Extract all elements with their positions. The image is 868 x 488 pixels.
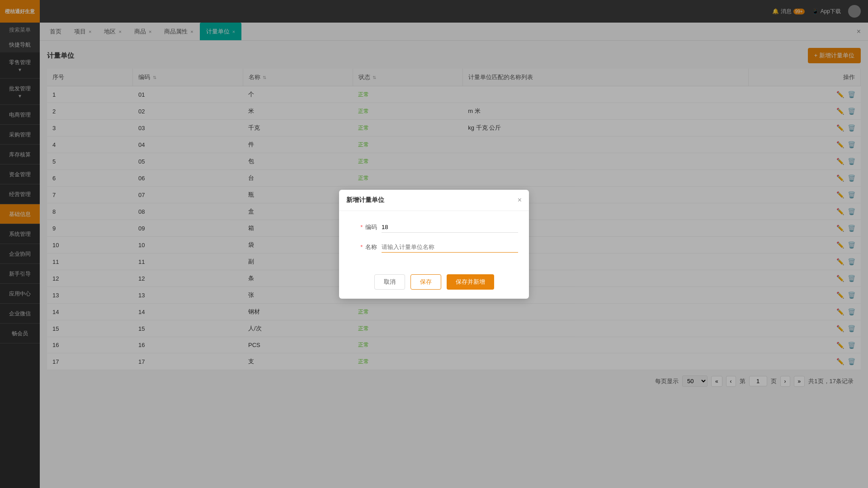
modal-header: 新增计量单位 × xyxy=(339,190,529,211)
cancel-button[interactable]: 取消 xyxy=(374,274,405,290)
code-label-text: 编码 xyxy=(365,224,377,230)
name-label: * 名称 xyxy=(350,243,377,251)
code-input[interactable] xyxy=(382,222,518,233)
name-label-text: 名称 xyxy=(365,244,377,250)
modal-title: 新增计量单位 xyxy=(346,196,384,204)
add-unit-modal: 新增计量单位 × * 编码 * 名称 取消 保存 保存并新增 xyxy=(339,190,529,299)
code-field-row: * 编码 xyxy=(350,222,518,233)
code-label: * 编码 xyxy=(350,223,377,231)
name-input[interactable] xyxy=(382,242,518,253)
modal-footer: 取消 保存 保存并新增 xyxy=(339,269,529,299)
code-required-mark: * xyxy=(360,224,363,230)
save-button[interactable]: 保存 xyxy=(410,274,441,290)
name-field-row: * 名称 xyxy=(350,242,518,253)
modal-overlay: 新增计量单位 × * 编码 * 名称 取消 保存 保存并新增 xyxy=(0,0,868,488)
name-required-mark: * xyxy=(360,244,363,250)
modal-body: * 编码 * 名称 xyxy=(339,211,529,269)
save-and-new-button[interactable]: 保存并新增 xyxy=(447,274,494,290)
modal-close-button[interactable]: × xyxy=(518,196,522,204)
